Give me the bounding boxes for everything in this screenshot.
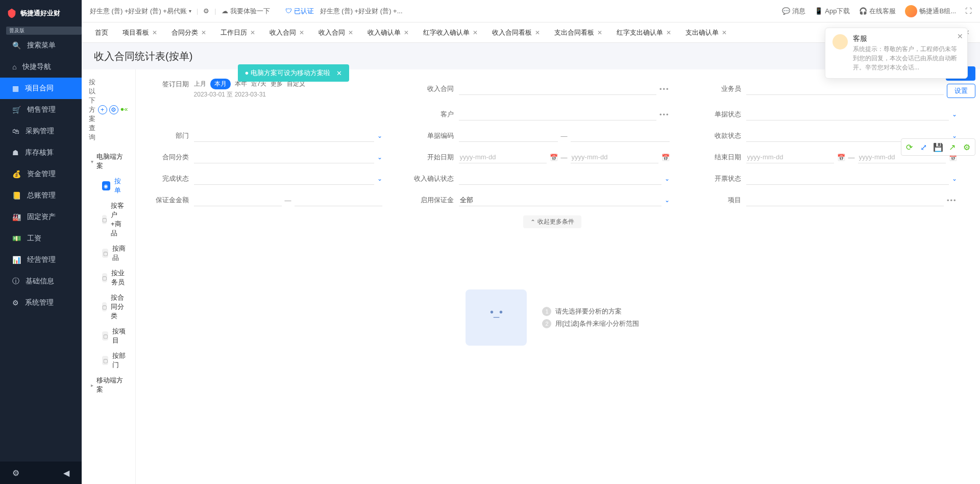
config-icon[interactable]: ⚙ <box>960 140 973 154</box>
tab-9[interactable]: 支出合同看板✕ <box>547 22 609 42</box>
scheme-item-3[interactable]: ▢按业务员 <box>82 265 135 290</box>
tab-3[interactable]: 工作日历✕ <box>213 22 262 42</box>
product-right[interactable]: 好生意 (普) +好业财 (普) +... <box>320 7 403 16</box>
sidebar-item-7[interactable]: 📒总账管理 <box>0 185 82 206</box>
scheme-item-4[interactable]: ▢按合同分类 <box>82 290 135 324</box>
chevron-down-icon[interactable]: ⌄ <box>377 175 382 182</box>
sidebar-item-6[interactable]: 💰资金管理 <box>0 163 82 185</box>
try-link[interactable]: ☁ 我要体验一下 <box>222 7 270 16</box>
chevron-down-icon[interactable]: ⌄ <box>952 175 957 182</box>
sidebar-item-4[interactable]: 🛍采购管理 <box>0 120 82 142</box>
sidebar-item-1[interactable]: ⌂快捷导航 <box>0 56 82 78</box>
export-icon[interactable]: ↗ <box>946 140 959 154</box>
settings-gear[interactable]: ⚙ <box>203 7 209 15</box>
tab-8[interactable]: 收入合同看板✕ <box>485 22 547 42</box>
customer-input[interactable] <box>459 108 656 120</box>
product-select[interactable]: 好生意 (普) +好业财 (普) +易代账 ▾ <box>90 7 191 16</box>
fullscreen-icon[interactable]: ⛶ <box>965 7 972 15</box>
tab-close-icon[interactable]: ✕ <box>535 29 540 36</box>
end-date-from[interactable] <box>746 151 834 163</box>
tab-close-icon[interactable]: ✕ <box>722 29 727 36</box>
date-last-month[interactable]: 上月 <box>194 80 206 88</box>
deposit-from[interactable] <box>194 194 282 206</box>
bill-status-input[interactable] <box>746 108 949 120</box>
chevron-down-icon[interactable]: ⌄ <box>952 111 957 118</box>
sidebar-item-3[interactable]: 🛒销售管理 <box>0 99 82 120</box>
contract-class-input[interactable] <box>194 151 374 163</box>
collapse-filters-button[interactable]: ⌃ 收起更多条件 <box>523 215 581 228</box>
sidebar-item-9[interactable]: 💵工资 <box>0 228 82 249</box>
scheme-item-6[interactable]: ▢按部门 <box>82 348 135 373</box>
income-contract-picker[interactable]: ••• <box>659 85 670 93</box>
department-input[interactable] <box>194 130 374 142</box>
chevron-down-icon[interactable]: ⌄ <box>377 154 382 161</box>
app-download-link[interactable]: 📱 App下载 <box>815 7 850 16</box>
calendar-icon[interactable]: 📅 <box>837 154 845 161</box>
expand-icon[interactable]: ⤢ <box>917 140 930 154</box>
income-confirm-status-input[interactable] <box>459 173 662 185</box>
tab-4[interactable]: 收入合同✕ <box>262 22 311 42</box>
refresh-icon[interactable]: ⟳ <box>903 140 916 154</box>
tree-group-pc[interactable]: ▾电脑端方案 <box>82 149 135 174</box>
enable-deposit-select[interactable] <box>459 194 662 206</box>
project-input[interactable] <box>746 194 944 206</box>
tab-5[interactable]: 收入合同✕ <box>311 22 360 42</box>
tab-7[interactable]: 红字收入确认单✕ <box>416 22 485 42</box>
popup-close-icon[interactable]: ✕ <box>957 32 963 40</box>
deposit-to[interactable] <box>295 194 382 206</box>
tab-close-icon[interactable]: ✕ <box>473 29 478 36</box>
collapse-sidebar-icon[interactable]: ◀ <box>63 468 69 478</box>
date-this-month[interactable]: 本月 <box>210 79 231 89</box>
chevron-down-icon[interactable]: ⌄ <box>665 197 670 204</box>
finish-status-input[interactable] <box>194 173 374 185</box>
collapse-panel-icon[interactable]: ●« <box>120 105 128 114</box>
scheme-item-2[interactable]: ▢按商品 <box>82 241 135 265</box>
sidebar-item-8[interactable]: 🏭固定资产 <box>0 206 82 228</box>
tree-group-mobile[interactable]: ▸移动端方案 <box>82 373 135 397</box>
tab-close-icon[interactable]: ✕ <box>299 29 304 36</box>
tab-close-icon[interactable]: ✕ <box>597 29 602 36</box>
salesman-input[interactable] <box>746 83 944 95</box>
customer-picker[interactable]: ••• <box>659 111 670 118</box>
chevron-down-icon[interactable]: ⌄ <box>665 175 670 182</box>
bill-code-to[interactable] <box>571 130 670 142</box>
scheme-settings-icon[interactable]: ⚙ <box>109 105 118 114</box>
sidebar-item-2[interactable]: ▦项目合同 <box>0 78 82 99</box>
bill-code-from[interactable] <box>459 130 558 142</box>
messages-link[interactable]: 💬 消息 <box>782 7 805 16</box>
tab-close-icon[interactable]: ✕ <box>250 29 255 36</box>
tab-1[interactable]: 项目看板✕ <box>115 22 164 42</box>
tab-close-icon[interactable]: ✕ <box>348 29 353 36</box>
settings-button[interactable]: 设置 <box>947 84 975 98</box>
scheme-item-5[interactable]: ▢按项目 <box>82 324 135 348</box>
scheme-item-0[interactable]: ◉按单 <box>82 174 135 198</box>
sidebar-item-12[interactable]: ⚙系统管理 <box>0 292 82 313</box>
scheme-item-1[interactable]: ▢按客户+商品 <box>82 198 135 241</box>
tab-10[interactable]: 红字支出确认单✕ <box>609 22 678 42</box>
online-service-link[interactable]: 🎧 在线客服 <box>859 7 896 16</box>
tab-2[interactable]: 合同分类✕ <box>164 22 213 42</box>
start-date-to[interactable] <box>571 151 658 163</box>
sidebar-item-5[interactable]: ☗库存核算 <box>0 142 82 163</box>
sidebar-item-0[interactable]: 🔍搜索菜单 <box>0 35 82 56</box>
tab-close-icon[interactable]: ✕ <box>666 29 671 36</box>
save-icon[interactable]: 💾 <box>932 140 945 154</box>
calendar-icon[interactable]: 📅 <box>550 154 558 161</box>
chevron-down-icon[interactable]: ⌄ <box>377 132 382 139</box>
income-contract-input[interactable] <box>459 83 656 95</box>
calendar-icon[interactable]: 📅 <box>662 154 670 161</box>
tab-0[interactable]: 首页 <box>88 22 115 42</box>
settings-icon[interactable]: ⚙ <box>12 468 19 478</box>
tab-6[interactable]: 收入确认单✕ <box>360 22 416 42</box>
tab-close-icon[interactable]: ✕ <box>404 29 409 36</box>
sidebar-item-11[interactable]: ⓘ基础信息 <box>0 271 82 292</box>
tab-close-icon[interactable]: ✕ <box>201 29 206 36</box>
tab-11[interactable]: 支出确认单✕ <box>678 22 734 42</box>
invoice-status-input[interactable] <box>746 173 949 185</box>
tab-close-icon[interactable]: ✕ <box>152 29 157 36</box>
sidebar-item-10[interactable]: 📊经营管理 <box>0 249 82 271</box>
tip-close-icon[interactable]: ✕ <box>336 69 342 77</box>
add-scheme-icon[interactable]: + <box>98 105 107 114</box>
start-date-from[interactable] <box>459 151 547 163</box>
project-picker[interactable]: ••• <box>947 197 957 204</box>
